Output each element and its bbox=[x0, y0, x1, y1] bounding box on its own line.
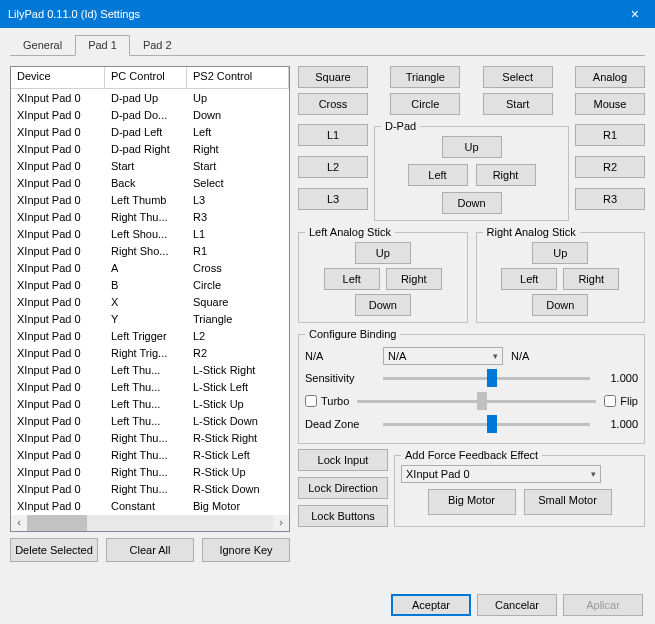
table-row[interactable]: XInput Pad 0D-pad UpUp bbox=[11, 89, 289, 106]
table-row[interactable]: XInput Pad 0BackSelect bbox=[11, 174, 289, 191]
turbo-slider[interactable] bbox=[357, 391, 596, 411]
table-row[interactable]: XInput Pad 0Right Thu...R-Stick Up bbox=[11, 463, 289, 480]
cell-device: XInput Pad 0 bbox=[11, 262, 105, 274]
small-motor-button[interactable]: Small Motor bbox=[524, 489, 612, 515]
scroll-right-icon[interactable]: › bbox=[273, 515, 289, 531]
l3-button[interactable]: L3 bbox=[298, 188, 368, 210]
cell-device: XInput Pad 0 bbox=[11, 364, 105, 376]
ignore-key-button[interactable]: Ignore Key bbox=[202, 538, 290, 562]
rstick-up-button[interactable]: Up bbox=[532, 242, 588, 264]
lstick-up-button[interactable]: Up bbox=[355, 242, 411, 264]
accept-button[interactable]: Aceptar bbox=[391, 594, 471, 616]
lstick-left-button[interactable]: Left bbox=[324, 268, 380, 290]
table-row[interactable]: XInput Pad 0Right Thu...R3 bbox=[11, 208, 289, 225]
r1-button[interactable]: R1 bbox=[575, 124, 645, 146]
cross-button[interactable]: Cross bbox=[298, 93, 368, 115]
tabbar: General Pad 1 Pad 2 bbox=[10, 34, 645, 56]
cell-pc-control: Y bbox=[105, 313, 187, 325]
table-row[interactable]: XInput Pad 0YTriangle bbox=[11, 310, 289, 327]
apply-button[interactable]: Aplicar bbox=[563, 594, 643, 616]
table-row[interactable]: XInput Pad 0Left Shou...L1 bbox=[11, 225, 289, 242]
table-row[interactable]: XInput Pad 0Left TriggerL2 bbox=[11, 327, 289, 344]
square-button[interactable]: Square bbox=[298, 66, 368, 88]
tab-general[interactable]: General bbox=[10, 35, 75, 56]
r2-button[interactable]: R2 bbox=[575, 156, 645, 178]
table-row[interactable]: XInput Pad 0Left Thu...L-Stick Down bbox=[11, 412, 289, 429]
cell-pc-control: Right Thu... bbox=[105, 211, 187, 223]
lock-direction-button[interactable]: Lock Direction bbox=[298, 477, 388, 499]
rstick-right-button[interactable]: Right bbox=[563, 268, 619, 290]
cell-ps2-control: R-Stick Left bbox=[187, 449, 289, 461]
deadzone-slider[interactable] bbox=[383, 414, 590, 434]
table-row[interactable]: XInput Pad 0Left Thu...L-Stick Up bbox=[11, 395, 289, 412]
left-stick-group: Left Analog Stick Up Left Right Down bbox=[298, 226, 468, 323]
cell-pc-control: D-pad Do... bbox=[105, 109, 187, 121]
dpad-left-button[interactable]: Left bbox=[408, 164, 468, 186]
ffb-device-select[interactable]: XInput Pad 0 ▾ bbox=[401, 465, 601, 483]
th-device[interactable]: Device bbox=[11, 67, 105, 88]
lstick-right-button[interactable]: Right bbox=[386, 268, 442, 290]
lock-buttons-button[interactable]: Lock Buttons bbox=[298, 505, 388, 527]
clear-all-button[interactable]: Clear All bbox=[106, 538, 194, 562]
table-row[interactable]: XInput Pad 0BCircle bbox=[11, 276, 289, 293]
r3-button[interactable]: R3 bbox=[575, 188, 645, 210]
table-row[interactable]: XInput Pad 0Right Trig...R2 bbox=[11, 344, 289, 361]
sensitivity-slider[interactable] bbox=[383, 368, 590, 388]
rstick-down-button[interactable]: Down bbox=[532, 294, 588, 316]
triangle-button[interactable]: Triangle bbox=[390, 66, 460, 88]
cell-ps2-control: L-Stick Up bbox=[187, 398, 289, 410]
rstick-left-button[interactable]: Left bbox=[501, 268, 557, 290]
table-row[interactable]: XInput Pad 0ACross bbox=[11, 259, 289, 276]
close-icon[interactable]: × bbox=[623, 6, 647, 22]
cancel-button[interactable]: Cancelar bbox=[477, 594, 557, 616]
cell-pc-control: Constant bbox=[105, 500, 187, 512]
table-row[interactable]: XInput Pad 0Left Thu...L-Stick Right bbox=[11, 361, 289, 378]
analog-button[interactable]: Analog bbox=[575, 66, 645, 88]
th-ps2-control[interactable]: PS2 Control bbox=[187, 67, 289, 88]
table-row[interactable]: XInput Pad 0Left ThumbL3 bbox=[11, 191, 289, 208]
table-row[interactable]: XInput Pad 0ConstantBig Motor bbox=[11, 497, 289, 514]
table-row[interactable]: XInput Pad 0D-pad LeftLeft bbox=[11, 123, 289, 140]
cell-ps2-control: R-Stick Right bbox=[187, 432, 289, 444]
tab-pad1[interactable]: Pad 1 bbox=[75, 35, 130, 56]
table-row[interactable]: XInput Pad 0XSquare bbox=[11, 293, 289, 310]
table-row[interactable]: XInput Pad 0D-pad RightRight bbox=[11, 140, 289, 157]
l2-button[interactable]: L2 bbox=[298, 156, 368, 178]
l1-button[interactable]: L1 bbox=[298, 124, 368, 146]
table-row[interactable]: XInput Pad 0Right Thu...R-Stick Right bbox=[11, 429, 289, 446]
table-row[interactable]: XInput Pad 0Right Thu...R-Stick Down bbox=[11, 480, 289, 497]
lstick-down-button[interactable]: Down bbox=[355, 294, 411, 316]
circle-button[interactable]: Circle bbox=[390, 93, 460, 115]
cell-pc-control: B bbox=[105, 279, 187, 291]
th-pc-control[interactable]: PC Control bbox=[105, 67, 187, 88]
cell-pc-control: D-pad Right bbox=[105, 143, 187, 155]
cell-device: XInput Pad 0 bbox=[11, 398, 105, 410]
cell-ps2-control: R3 bbox=[187, 211, 289, 223]
table-row[interactable]: XInput Pad 0Right Sho...R1 bbox=[11, 242, 289, 259]
dpad-down-button[interactable]: Down bbox=[442, 192, 502, 214]
table-row[interactable]: XInput Pad 0StartStart bbox=[11, 157, 289, 174]
horizontal-scrollbar[interactable]: ‹ › bbox=[11, 515, 289, 531]
dpad-right-button[interactable]: Right bbox=[476, 164, 536, 186]
lock-input-button[interactable]: Lock Input bbox=[298, 449, 388, 471]
binding-select[interactable]: N/A ▾ bbox=[383, 347, 503, 365]
tab-pad2[interactable]: Pad 2 bbox=[130, 35, 185, 56]
mouse-button[interactable]: Mouse bbox=[575, 93, 645, 115]
turbo-checkbox[interactable]: Turbo bbox=[305, 395, 349, 407]
cell-ps2-control: R-Stick Down bbox=[187, 483, 289, 495]
big-motor-button[interactable]: Big Motor bbox=[428, 489, 516, 515]
table-row[interactable]: XInput Pad 0Right Thu...R-Stick Left bbox=[11, 446, 289, 463]
flip-checkbox[interactable]: Flip bbox=[604, 395, 638, 407]
delete-selected-button[interactable]: Delete Selected bbox=[10, 538, 98, 562]
table-row[interactable]: XInput Pad 0Left Thu...L-Stick Left bbox=[11, 378, 289, 395]
select-button[interactable]: Select bbox=[483, 66, 553, 88]
table-row[interactable]: XInput Pad 0D-pad Do...Down bbox=[11, 106, 289, 123]
start-button[interactable]: Start bbox=[483, 93, 553, 115]
scroll-thumb[interactable] bbox=[27, 515, 87, 531]
scroll-left-icon[interactable]: ‹ bbox=[11, 515, 27, 531]
dpad-up-button[interactable]: Up bbox=[442, 136, 502, 158]
right-stick-legend: Right Analog Stick bbox=[483, 226, 580, 238]
left-stick-legend: Left Analog Stick bbox=[305, 226, 395, 238]
window-titlebar: LilyPad 0.11.0 (Id) Settings × bbox=[0, 0, 655, 28]
cell-pc-control: Left Thu... bbox=[105, 381, 187, 393]
